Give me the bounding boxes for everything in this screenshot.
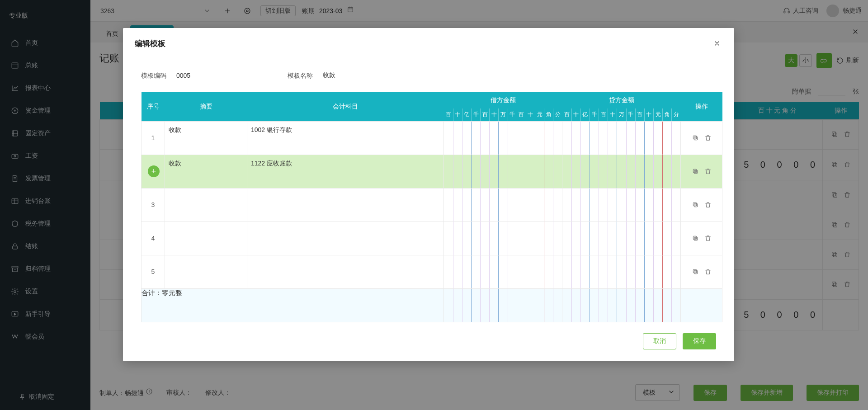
copy-row-icon[interactable] [691, 167, 700, 176]
cell-idx: + [142, 155, 165, 188]
digit-unit: 万 [498, 108, 507, 121]
cell-account[interactable] [247, 221, 444, 255]
digit-unit: 亿 [580, 108, 590, 121]
table-row[interactable]: 5 [142, 255, 722, 288]
name-label: 模板名称 [288, 72, 313, 80]
cell-summary[interactable]: 收款 [165, 121, 247, 155]
table-row[interactable]: +收款1122 应收账款 [142, 155, 722, 188]
digit-unit: 百 [517, 108, 526, 121]
modal-footer: 取消 保存 [123, 326, 734, 361]
total-label: 合计：零元整 [142, 288, 444, 322]
modal-header: 编辑模板 [123, 28, 734, 59]
cell-debit[interactable] [444, 121, 562, 155]
digit-unit: 千 [471, 108, 480, 121]
cell-debit[interactable] [444, 221, 562, 255]
digit-unit: 十 [571, 108, 580, 121]
cell-summary[interactable] [165, 221, 247, 255]
digit-unit: 分 [671, 108, 680, 121]
cell-debit[interactable] [444, 255, 562, 288]
digit-unit: 百 [599, 108, 608, 121]
add-row-button[interactable]: + [148, 165, 160, 177]
code-input[interactable] [175, 69, 260, 82]
digit-unit: 亿 [462, 108, 471, 121]
total-row: 合计：零元整 [142, 288, 722, 322]
th-credit-units: 百十亿千百十万千百十元角分 [562, 108, 681, 121]
cell-idx: 4 [142, 221, 165, 255]
cell-credit[interactable] [562, 221, 681, 255]
digit-unit: 百 [562, 108, 571, 121]
cell-credit[interactable] [562, 121, 681, 155]
delete-row-icon[interactable] [703, 267, 712, 276]
th-idx: 序号 [142, 92, 165, 121]
copy-row-icon[interactable] [691, 133, 700, 142]
digit-unit: 十 [526, 108, 535, 121]
cell-account[interactable]: 1122 应收账款 [247, 155, 444, 188]
table-row[interactable]: 3 [142, 188, 722, 221]
cell-op [681, 255, 722, 288]
cell-summary[interactable] [165, 188, 247, 221]
cell-credit[interactable] [562, 155, 681, 188]
delete-row-icon[interactable] [703, 167, 712, 176]
save-template-button[interactable]: 保存 [683, 333, 716, 349]
digit-unit: 百 [635, 108, 644, 121]
delete-row-icon[interactable] [703, 234, 712, 243]
th-debit-units: 百十亿千百十万千百十元角分 [444, 108, 562, 121]
th-summary: 摘要 [165, 92, 247, 121]
digit-unit: 千 [626, 108, 635, 121]
cell-debit[interactable] [444, 155, 562, 188]
delete-row-icon[interactable] [703, 133, 712, 142]
cell-account[interactable]: 1002 银行存款 [247, 121, 444, 155]
total-debit [444, 288, 562, 322]
template-name-field: 模板名称 [288, 69, 407, 82]
edit-template-modal: 编辑模板 模板编码 模板名称 序号 摘要 会计科目 借方金额 [123, 28, 734, 361]
digit-unit: 十 [453, 108, 462, 121]
digit-unit: 千 [590, 108, 599, 121]
copy-row-icon[interactable] [691, 200, 700, 209]
digit-unit: 分 [553, 108, 562, 121]
cell-op [681, 221, 722, 255]
cell-op [681, 155, 722, 188]
cell-summary[interactable] [165, 255, 247, 288]
cell-op [681, 188, 722, 221]
name-input[interactable] [321, 69, 407, 82]
digit-unit: 百 [480, 108, 489, 121]
digit-unit: 十 [608, 108, 617, 121]
cell-idx: 5 [142, 255, 165, 288]
cell-credit[interactable] [562, 188, 681, 221]
modal-title: 编辑模板 [135, 38, 165, 49]
modal-close-button[interactable] [712, 38, 722, 49]
table-row[interactable]: 4 [142, 221, 722, 255]
digit-unit: 元 [653, 108, 662, 121]
digit-unit: 十 [489, 108, 498, 121]
th-account: 会计科目 [247, 92, 444, 121]
cell-idx: 3 [142, 188, 165, 221]
total-credit [562, 288, 681, 322]
table-row[interactable]: 1收款1002 银行存款 [142, 121, 722, 155]
code-label: 模板编码 [141, 72, 166, 80]
template-code-field: 模板编码 [141, 69, 260, 82]
digit-unit: 角 [662, 108, 671, 121]
th-op: 操作 [681, 92, 722, 121]
cell-account[interactable] [247, 188, 444, 221]
digit-unit: 十 [644, 108, 653, 121]
digit-unit: 万 [617, 108, 626, 121]
cell-credit[interactable] [562, 255, 681, 288]
cell-idx: 1 [142, 121, 165, 155]
digit-unit: 千 [508, 108, 517, 121]
cancel-button[interactable]: 取消 [643, 333, 676, 349]
form-row: 模板编码 模板名称 [141, 69, 716, 82]
template-table: 序号 摘要 会计科目 借方金额 贷方金额 操作 百十亿千百十万千百十元角分 百十… [141, 92, 722, 322]
cell-op [681, 121, 722, 155]
th-credit: 贷方金额 [562, 92, 681, 108]
modal-body: 模板编码 模板名称 序号 摘要 会计科目 借方金额 贷方金额 操作 [123, 59, 734, 326]
cell-debit[interactable] [444, 188, 562, 221]
copy-row-icon[interactable] [691, 234, 700, 243]
copy-row-icon[interactable] [691, 267, 700, 276]
digit-unit: 角 [544, 108, 553, 121]
cell-account[interactable] [247, 255, 444, 288]
th-debit: 借方金额 [444, 92, 562, 108]
digit-unit: 百 [444, 108, 453, 121]
cell-summary[interactable]: 收款 [165, 155, 247, 188]
digit-unit: 元 [535, 108, 544, 121]
delete-row-icon[interactable] [703, 200, 712, 209]
